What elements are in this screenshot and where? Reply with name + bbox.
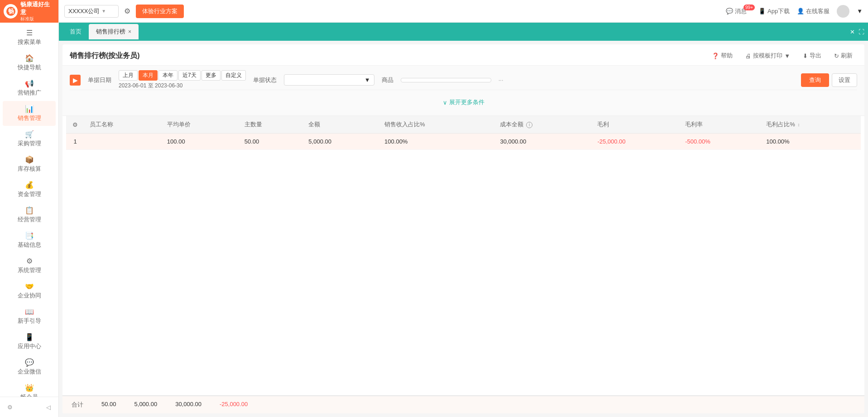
content-panel: 销售排行榜(按业务员) ❓ 帮助 🖨 按模板打印 ▼ ⬇ 导出 [62,44,864,413]
message-btn[interactable]: 💬 消息 99+ [726,7,751,15]
table-body: 1 100.00 50.00 5,000.00 100.00% 30,000.0… [66,134,861,150]
goods-label: 商品 [382,76,393,84]
help-button[interactable]: ❓ 帮助 [707,50,737,62]
table-container: ⚙ 员工名称 平均单价 主数量 全额 销售收入占比% 成本全额 i 毛利 [62,116,864,395]
cell-cost: 30,000.00 [494,134,592,150]
page-title: 销售排行榜(按业务员) [70,51,140,61]
date-btn-more[interactable]: 更多 [201,70,221,81]
goods-input[interactable] [401,78,491,82]
status-label: 单据状态 [253,76,277,84]
filter-row: ▶ 单据日期 上月 本月 本年 近7天 更多 自定义 2023-06-01 至 … [70,70,857,90]
tab-home[interactable]: 首页 [62,24,89,39]
refresh-button[interactable]: ↻ 刷新 [830,50,857,62]
finance-icon: 💰 [25,181,34,189]
company-dropdown-arrow: ▼ [101,9,106,14]
date-filter-group: 上月 本月 本年 近7天 更多 自定义 2023-06-01 至 2023-06… [119,70,246,90]
message-icon: 💬 [726,8,733,14]
export-icon: ⬇ [803,53,808,59]
sidebar-item-nav[interactable]: 🏠 快捷导航 [3,50,56,75]
content-area: 销售排行榜(按业务员) ❓ 帮助 🖨 按模板打印 ▼ ⬇ 导出 [59,41,868,417]
window-close-icon[interactable]: ✕ [850,29,855,35]
service-icon: 👤 [797,8,804,14]
profit-sort-icon[interactable]: ↕ [797,122,800,127]
sidebar-settings-btn[interactable]: ⚙ [4,401,16,413]
date-btn-last-month[interactable]: 上月 [119,70,138,81]
filter-more-btn[interactable]: ··· [499,77,504,83]
footer-amount: 5,000.00 [134,401,158,409]
app-logo: 畅 畅康通好生意 标准版 [0,0,58,23]
cell-name [84,134,162,150]
col-avg-price: 平均单价 [162,116,239,134]
footer-cost: 30,000.00 [175,401,201,409]
date-btn-this-month[interactable]: 本月 [139,70,158,81]
operation-icon: 📋 [25,206,34,215]
tab-sales-ranking[interactable]: 销售排行榜 × [89,24,139,39]
sidebar-collapse-btn[interactable]: ◁ [42,401,55,413]
col-settings[interactable]: ⚙ [66,116,84,134]
cost-info-icon[interactable]: i [526,122,532,128]
filter-arrow-btn[interactable]: ▶ [70,75,81,86]
wechat-icon: 💬 [25,358,34,367]
window-expand-icon[interactable]: ⛶ [858,29,864,35]
settings-button[interactable]: 设置 [832,73,857,87]
sidebar-item-basic[interactable]: 📑 基础信息 [3,228,56,253]
col-sales-pct: 销售收入占比% [379,116,494,134]
basic-icon: 📑 [25,231,34,240]
date-label: 单据日期 [88,76,111,84]
sidebar-item-finance[interactable]: 💰 资金管理 [3,177,56,202]
date-btn-7days[interactable]: 近7天 [178,70,201,81]
footer-qty-value: 50.00 [101,401,116,409]
footer-total-label: 合计 [72,401,83,409]
topbar-settings-icon[interactable]: ⚙ [122,5,132,17]
date-btn-custom[interactable]: 自定义 [221,70,246,81]
corp-icon: 🤝 [25,282,34,291]
print-icon: 🖨 [745,53,751,59]
main-area: XXXXX公司 ▼ ⚙ 体验行业方案 💬 消息 99+ 📱 App下载 👤 在线… [59,0,868,417]
sidebar-item-corp[interactable]: 🤝 企业协同 [3,278,56,303]
sidebar-item-operation[interactable]: 📋 经营管理 [3,202,56,227]
status-select[interactable]: ▼ [284,74,374,86]
tabbar: 首页 销售排行榜 × ✕ ⛶ [59,23,868,41]
filter-action-buttons: 查询 设置 [801,73,857,87]
logo-icon: 畅 [4,4,18,19]
footer-cost-value: 30,000.00 [175,401,201,409]
sidebar-item-inventory[interactable]: 📦 库存核算 [3,152,56,177]
cell-rank: 1 [66,134,84,150]
company-name: XXXXX公司 [68,7,100,15]
user-avatar[interactable] [837,5,849,18]
sidebar-item-wechat[interactable]: 💬 企业微信 [3,355,56,379]
date-btn-this-year[interactable]: 本年 [158,70,177,81]
app-name: 畅康通好生意 [20,1,55,16]
expand-filter-btn[interactable]: ∨ 展开更多条件 [70,96,857,108]
sidebar-item-marketing[interactable]: 📢 营销推广 [3,76,56,101]
company-selector[interactable]: XXXXX公司 ▼ [64,5,119,18]
tabbar-actions: ✕ ⛶ [850,29,864,35]
sidebar-item-guide[interactable]: 📖 新手引导 [3,304,56,329]
sidebar-item-member[interactable]: 👑 畅会员 [3,380,56,397]
trial-button[interactable]: 体验行业方案 [136,5,184,18]
topbar-right: 💬 消息 99+ 📱 App下载 👤 在线客服 ▼ [726,5,863,18]
filter-expand-row: ∨ 展开更多条件 [70,90,857,111]
online-service-btn[interactable]: 👤 在线客服 [797,7,830,15]
cell-profit: -25,000.00 [592,134,680,150]
sidebar-item-system[interactable]: ⚙ 系统管理 [3,253,56,278]
collapse-icon: ◁ [46,404,51,411]
table-footer: 合计 50.00 5,000.00 30,000.00 -25,000.00 [62,395,864,413]
purchase-icon: 🛒 [25,130,34,139]
export-button[interactable]: ⬇ 导出 [798,50,826,62]
date-buttons: 上月 本月 本年 近7天 更多 自定义 [119,70,246,81]
print-button[interactable]: 🖨 按模板打印 ▼ [741,50,795,62]
download-icon: 📱 [758,8,766,14]
sidebar-item-apps[interactable]: 📱 应用中心 [3,329,56,354]
query-button[interactable]: 查询 [801,73,829,87]
footer-amount-value: 5,000.00 [134,401,158,409]
help-icon: ❓ [712,53,719,59]
app-download-btn[interactable]: 📱 App下载 [758,7,790,15]
sidebar-item-purchase[interactable]: 🛒 采购管理 [3,126,56,151]
inventory-icon: 📦 [25,155,34,164]
sidebar-item-sales[interactable]: 📊 销售管理 [3,101,56,126]
message-badge: 99+ [743,5,755,10]
sidebar-item-search[interactable]: ☰ 搜索菜单 [3,25,56,50]
cell-sales-pct: 100.00% [379,134,494,150]
tab-close-icon[interactable]: × [128,29,131,35]
